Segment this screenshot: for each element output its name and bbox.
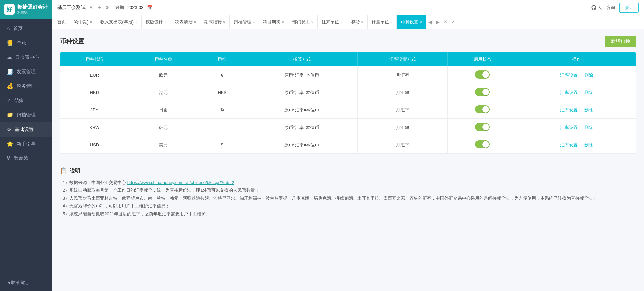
toggle-knob-0 [482,71,489,78]
tab-archive[interactable]: 归档管理 × [230,15,259,29]
cell-actions-3: 汇率设置 删除 [517,119,636,136]
tab-inventory[interactable]: 存货 × [347,15,368,29]
tab-contacts[interactable]: 往来单位 × [318,15,347,29]
tab-prev-button[interactable]: ◀ [426,19,434,25]
tab-close-period-end[interactable]: × [223,20,225,24]
tab-close-dept[interactable]: × [311,20,313,24]
tab-dept[interactable]: 部门员工 × [288,15,318,29]
tab-units[interactable]: 计量单位 × [368,15,397,29]
sidebar-item-archive[interactable]: 📁 归档管理 [0,108,52,122]
col-header-status: 启用状态 [448,52,517,66]
sidebar-label-settings: 基础设置 [15,127,34,133]
delete-link-1[interactable]: 删除 [584,90,593,95]
tab-template[interactable]: 模版设计 × [142,15,171,29]
col-header-actions: 操作 [517,52,636,66]
sidebar-item-guide[interactable]: 🌟 新手引导 [0,137,52,151]
tab-close-all-button[interactable]: ✕ [442,19,449,25]
cell-name-3: 韩元 [129,119,198,136]
tax-icon: 💰 [7,83,13,89]
guide-icon: 🌟 [7,141,13,147]
app-edition: 旗舰版 [17,10,48,15]
tab-close-annual[interactable]: × [135,20,137,24]
toggle-enabled-2[interactable] [475,105,490,113]
tab-next-button[interactable]: ▶ [434,19,442,25]
cell-method-0: 原币*汇率=本位币 [246,66,358,84]
tab-close-archive[interactable]: × [253,20,255,24]
cell-method-4: 原币*汇率=本位币 [246,136,358,154]
sidebar-item-reports[interactable]: ☁ 云报表中心 [0,50,52,64]
cell-code-0: EUR [60,66,129,84]
delete-link-2[interactable]: 删除 [584,107,593,112]
tab-close-period[interactable]: × [90,20,92,24]
sidebar-item-ledger[interactable]: 📒 总账 [0,36,52,50]
tab-label-period-end: 期末结转 [204,19,222,25]
company-dropdown-icon[interactable]: ▼ [89,5,93,10]
rate-settings-link-3[interactable]: 汇率设置 [560,125,578,130]
rate-settings-link-1[interactable]: 汇率设置 [560,90,578,95]
rate-settings-link-2[interactable]: 汇率设置 [560,107,578,112]
delete-link-3[interactable]: 删除 [584,125,593,130]
ledger-icon: 📒 [7,40,13,46]
tab-label-template: 模版设计 [146,19,163,25]
tab-close-subjects[interactable]: × [282,20,284,24]
invoice-icon: 🧾 [7,68,13,75]
sidebar-item-settings[interactable]: ⚙ 基础设置 [0,122,52,137]
tab-label-currency: 币种设置 [401,19,418,25]
tab-label-inventory: 存货 [351,19,360,25]
vip-icon: V [7,155,10,161]
cell-symbol-3: -- [198,119,246,136]
tab-annual[interactable]: 收入支出表(年报) × [96,15,142,29]
tab-tax[interactable]: 税表清册 × [171,15,200,29]
settings-button[interactable]: ⚙ [105,5,109,10]
tab-close-units[interactable]: × [390,20,392,24]
note-item-2: 2）系统自动获取每月第一个工作日的汇率标价，统一为直接标价法，即1外币可以兑换的… [63,186,636,194]
accounting-button[interactable]: 会计 [619,3,639,13]
tab-currency[interactable]: 币种设置 × [397,15,426,29]
customer-service-button[interactable]: 🎧 人工咨询 [591,5,615,11]
tab-period[interactable]: ¥(中期) × [70,15,96,29]
sidebar-nav: ⌂ 首页 📒 总账 ☁ 云报表中心 🧾 发票管理 💰 税务管理 ✓ 结账 📁 归… [0,19,52,274]
sidebar-item-checkout[interactable]: ✓ 结账 [0,93,52,108]
page-title: 币种设置 [60,37,84,45]
calendar-icon[interactable]: 📅 [147,5,152,10]
add-tab-button[interactable]: ＋ [97,4,102,11]
toggle-enabled-3[interactable] [475,123,490,131]
cell-symbol-1: HK$ [198,84,246,101]
sidebar-label-home: 首页 [13,26,23,32]
tab-close-template[interactable]: × [164,20,166,24]
content-area: 币种设置 新增币种 币种代码 币种名称 币符 折算方式 汇率设置方式 启用状态 … [52,29,644,291]
rate-settings-link-4[interactable]: 汇率设置 [560,142,578,147]
new-currency-button[interactable]: 新增币种 [605,36,636,47]
sidebar-item-invoice[interactable]: 🧾 发票管理 [0,64,52,79]
toggle-enabled-4[interactable] [475,140,490,148]
tab-home[interactable]: 首页 [53,15,70,29]
sidebar-item-home[interactable]: ⌂ 首页 [0,21,52,36]
archive-icon: 📁 [7,112,13,118]
tab-label-archive: 归档管理 [234,19,251,25]
delete-link-0[interactable]: 删除 [584,72,593,78]
tab-close-contacts[interactable]: × [340,20,342,24]
cell-name-1: 港元 [129,84,198,101]
tab-subjects[interactable]: 科目期初 × [259,15,288,29]
unpin-button[interactable]: ◄取消固定 [0,274,52,291]
cell-name-2: 日圆 [129,101,198,119]
sidebar-label-checkout: 结账 [14,98,24,104]
tab-close-tax[interactable]: × [194,20,196,24]
rate-settings-link-0[interactable]: 汇率设置 [560,72,578,78]
cell-symbol-0: € [198,66,246,84]
notes-link[interactable]: https://www.chinamoney.com.cn/chinese/bk… [127,180,234,185]
cell-method-2: 原币*汇率=本位币 [246,101,358,119]
tab-close-inventory[interactable]: × [361,20,363,24]
note-item-5: 5）系统只能自动抓取2021年度后的汇率，之前年度汇率需要用户手工维护。 [63,210,636,218]
sidebar-item-vip[interactable]: V 畅会员 [0,151,52,165]
tab-period-end[interactable]: 期末结转 × [200,15,229,29]
tab-expand-button[interactable]: ⤢ [449,19,457,25]
table-row: HKD 港元 HK$ 原币*汇率=本位币 月汇率 汇率设置 删除 [60,84,636,101]
tab-close-currency[interactable]: × [420,20,422,24]
toggle-enabled-0[interactable] [475,70,490,79]
toggle-enabled-1[interactable] [475,88,490,96]
sidebar-item-tax[interactable]: 💰 税务管理 [0,79,52,93]
cell-code-4: USD [60,136,129,154]
delete-link-4[interactable]: 删除 [584,142,593,147]
note-text-1: 1）数据来源：中国外汇交易中心 [63,180,127,185]
